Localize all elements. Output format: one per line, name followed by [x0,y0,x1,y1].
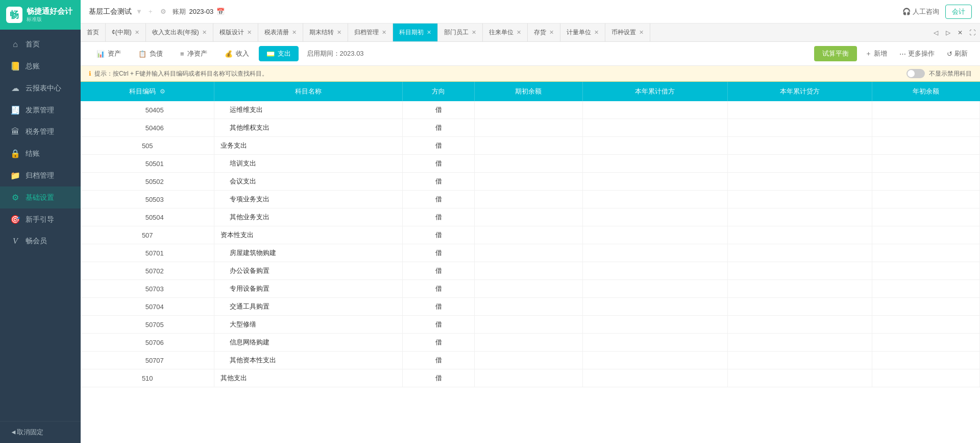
table-row[interactable]: 50701房屋建筑物购建借 [81,244,980,262]
balance-button[interactable]: 试算平衡 [814,46,857,61]
sidebar-item-home-label: 首页 [26,40,40,49]
tab-dept-close[interactable]: ✕ [472,29,476,36]
table-row[interactable]: 50504其他业务支出借 [81,208,980,226]
tab-currency[interactable]: 币种设置 ✕ [605,24,650,41]
cell-ytd-credit [727,137,872,155]
tab-yearend-close[interactable]: ✕ [337,29,341,36]
table-row[interactable]: 50405运维维支出借 [81,101,980,119]
calendar-icon[interactable]: 📅 [216,8,225,15]
disabled-toggle[interactable] [906,69,925,78]
tab-expand[interactable]: ⛶ [967,27,978,38]
tab-home[interactable]: 首页 [81,24,106,41]
tab-income-label: 收入支出表(年报) [152,28,199,37]
sidebar-item-tax[interactable]: 🏛 税务管理 [0,121,81,143]
cell-direction: 借 [403,316,474,334]
table-row[interactable]: 505业务支出借 [81,137,980,155]
tab-template-close[interactable]: ✕ [247,29,252,36]
add-project-icon[interactable]: + [149,8,153,15]
tab-nav-next[interactable]: ▷ [942,27,953,38]
tab-subject-close[interactable]: ✕ [427,29,431,36]
tab-close-all[interactable]: ✕ [954,27,966,38]
period-area: 账期 2023-03 📅 [173,7,225,16]
tab-currency-close[interactable]: ✕ [639,29,644,36]
tab-archive-close[interactable]: ✕ [382,29,386,36]
table-row[interactable]: 50707其他资本性支出借 [81,352,980,369]
tab-interim[interactable]: ¢(中期) ✕ [106,24,146,41]
settings-project-icon[interactable]: ⚙ [160,8,166,15]
sidebar-item-home[interactable]: ⌂ 首页 [0,34,81,55]
sidebar-item-tax-label: 税务管理 [26,127,54,136]
table-row[interactable]: 510其他支出借 [81,369,980,387]
tab-nav-prev[interactable]: ◁ [930,27,941,38]
cell-direction: 借 [403,226,474,244]
sidebar-item-ledger[interactable]: 📒 总账 [0,55,81,77]
cell-year-opening [872,208,980,226]
sub-tab-equity[interactable]: ≡ 净资产 [173,46,215,61]
col-settings-icon[interactable]: ⚙ [160,88,165,95]
tab-unit[interactable]: 计量单位 ✕ [560,24,605,41]
cell-ytd-credit [727,244,872,262]
more-label: 更多操作 [908,49,935,58]
tab-dept[interactable]: 部门员工 ✕ [438,24,483,41]
sidebar-item-invoice[interactable]: 🧾 发票管理 [0,99,81,121]
sidebar-pin-toggle[interactable]: ◄取消固定 [0,421,81,443]
sidebar-item-reports[interactable]: ☁ 云报表中心 [0,77,81,99]
sub-tab-income[interactable]: 💰 收入 [217,46,257,61]
cell-ytd-debit [582,369,727,387]
table-header-row: 科目编码 ⚙ 科目名称 方向 期初余额 本年累计借方 本年累计贷方 年初余额 [81,82,980,101]
toggle-label: 不显示禁用科目 [929,69,972,78]
sidebar-item-guide[interactable]: 🎯 新手引导 [0,208,81,230]
tab-taxform-close[interactable]: ✕ [292,29,297,36]
tab-inventory[interactable]: 存货 ✕ [528,24,560,41]
account-button[interactable]: 会计 [945,5,972,19]
member-icon: V [10,237,20,246]
tab-unit-close[interactable]: ✕ [594,29,599,36]
cell-ytd-debit [582,208,727,226]
cell-year-opening [872,119,980,137]
sub-tab-expense[interactable]: 💳 支出 [259,46,299,61]
table-row[interactable]: 50706信息网络购建借 [81,334,980,352]
cell-direction: 借 [403,334,474,352]
cell-ytd-debit [582,352,727,369]
table-row[interactable]: 50705大型修缮借 [81,316,980,334]
sub-tab-asset[interactable]: 📊 资产 [89,46,129,61]
cell-direction: 借 [403,191,474,208]
table-row[interactable]: 50703专用设备购置借 [81,280,980,298]
table-row[interactable]: 50406其他维权支出借 [81,119,980,137]
tab-income[interactable]: 收入支出表(年报) ✕ [146,24,213,41]
add-label: 新增 [874,49,887,58]
table-row[interactable]: 50702办公设备购置借 [81,262,980,280]
sub-tab-liability[interactable]: 📋 负债 [131,46,170,61]
tab-income-close[interactable]: ✕ [202,29,207,36]
table-row[interactable]: 50704交通工具购置借 [81,298,980,316]
tab-yearend[interactable]: 期末结转 ✕ [303,24,348,41]
table-row[interactable]: 50501培训支出借 [81,155,980,173]
table-row[interactable]: 50502会议支出借 [81,173,980,191]
tab-inventory-close[interactable]: ✕ [549,29,554,36]
cell-name: 其他业务支出 [214,208,403,226]
cell-year-opening [872,101,980,119]
sidebar-item-member[interactable]: V 畅会员 [0,230,81,252]
tab-template[interactable]: 模版设计 ✕ [213,24,258,41]
table-row[interactable]: 50503专项业务支出借 [81,191,980,208]
tax-icon: 🏛 [10,127,20,136]
tab-archive[interactable]: 归档管理 ✕ [348,24,393,41]
sidebar-item-close[interactable]: 🔒 结账 [0,143,81,165]
table-row[interactable]: 507资本性支出借 [81,226,980,244]
cell-code: 507 [81,226,214,244]
tab-subject[interactable]: 科目期初 ✕ [393,24,438,41]
add-button[interactable]: ＋ 新增 [861,46,891,61]
tab-partner[interactable]: 往来单位 ✕ [483,24,528,41]
sidebar-item-archive[interactable]: 📁 归档管理 [0,165,81,186]
sidebar-item-settings[interactable]: ⚙ 基础设置 [0,186,81,208]
more-button[interactable]: ⋯ 更多操作 [895,46,939,61]
cell-year-opening [872,244,980,262]
tab-taxform[interactable]: 税表清册 ✕ [258,24,303,41]
home-icon: ⌂ [10,40,20,49]
tab-partner-close[interactable]: ✕ [517,29,521,36]
help-button[interactable]: 🎧 人工咨询 [902,7,939,16]
cell-opening [474,173,582,191]
tab-interim-close[interactable]: ✕ [135,29,139,36]
cell-year-opening [872,316,980,334]
refresh-button[interactable]: ↺ 刷新 [943,46,972,61]
